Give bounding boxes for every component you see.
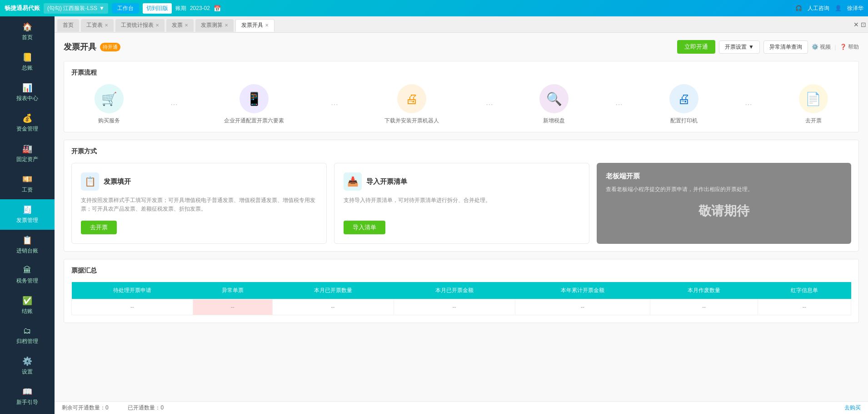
- tax-icon: 🏛: [23, 266, 31, 275]
- tab-invoice-tool[interactable]: 发票开具 ✕: [235, 19, 274, 32]
- method-section: 开票方式 📋 发票填开 支持按照发票样式手工填写开发票；可开具增值税电子普通发票…: [64, 140, 859, 252]
- flow-section: 开票流程 🛒 购买服务 ⋯ 📱 企业开通配置开票六要素 ⋯ 🖨 下载并安装开: [64, 61, 859, 132]
- open-invoice-icon: 📄: [799, 84, 828, 113]
- enterprise-config-icon: 📱: [239, 84, 269, 113]
- sidebar: 🏠 首页 📒 总账 📊 报表中心 💰 资金管理 🏭 固定资产 💴 工资 🧾 发票…: [0, 16, 55, 414]
- import-list-button[interactable]: 导入清单: [344, 221, 385, 234]
- sidebar-label-ledger: 总账: [22, 64, 33, 72]
- sidebar-item-funds[interactable]: 💰 资金管理: [0, 108, 55, 138]
- abnormal-query-button[interactable]: 异常清单查询: [763, 40, 808, 54]
- sidebar-item-archive[interactable]: 🗂 归档管理: [0, 321, 55, 351]
- sidebar-label-tax: 税务管理: [16, 277, 38, 285]
- download-robot-label: 下载并安装开票机器人: [384, 117, 439, 125]
- open-settings-button[interactable]: 开票设置 ▼: [719, 40, 760, 54]
- page-title: 发票开具: [64, 41, 96, 52]
- tab-salary-report[interactable]: 工资统计报表 ✕: [115, 19, 165, 32]
- immediate-open-button[interactable]: 立即开通: [677, 40, 715, 54]
- tab-invoice-calc[interactable]: 发票测算 ✕: [195, 19, 234, 32]
- card2-header: 📥 导入开票清单: [344, 172, 580, 191]
- company-name: (勾勾) 江西服装-LSS: [47, 5, 97, 12]
- consult-label[interactable]: 人工咨询: [808, 5, 829, 12]
- remain-label: 剩余可开通数量：0: [62, 404, 109, 411]
- assets-icon: 🏭: [22, 144, 32, 154]
- workbench-button[interactable]: 工作台: [112, 3, 139, 14]
- salary-icon: 💴: [22, 174, 32, 184]
- page-header: 发票开具 待开通 立即开通 开票设置 ▼ 异常清单查询 ⚙️ 视频 |: [64, 40, 859, 54]
- go-open-invoice-button[interactable]: 去开票: [81, 221, 117, 234]
- step-enterprise-config[interactable]: 📱 企业开通配置开票六要素: [224, 84, 284, 125]
- tab-invoice-calc-close[interactable]: ✕: [224, 23, 228, 28]
- step-config-printer[interactable]: 🖨 配置打印机: [669, 84, 698, 125]
- sidebar-label-invoice: 发票管理: [16, 217, 38, 224]
- sidebar-label-assets: 固定资产: [16, 156, 38, 163]
- tab-salary-table[interactable]: 工资表 ✕: [81, 19, 114, 32]
- username[interactable]: 徐泽华: [847, 5, 863, 12]
- help-button[interactable]: ❓ 帮助: [840, 43, 859, 51]
- tab-salary-table-close[interactable]: ✕: [105, 23, 108, 28]
- tab-salary-report-close[interactable]: ✕: [155, 23, 159, 28]
- arrow-1: ⋯: [170, 100, 178, 109]
- sidebar-label-reports: 报表中心: [16, 95, 38, 102]
- val-pending: --: [72, 299, 193, 315]
- views-icon: ⚙️: [812, 44, 818, 50]
- sidebar-item-ledger[interactable]: 📒 总账: [0, 47, 55, 77]
- tab-invoice-tool-label: 发票开具: [241, 21, 263, 29]
- top-bar-left: 畅捷通易代账 (勾勾) 江西服装-LSS ▼ 工作台 切到旧版 账期 2023-…: [5, 3, 221, 14]
- buy-service-label: 购买服务: [98, 117, 120, 125]
- card2-icon: 📥: [344, 172, 362, 191]
- step-download-robot[interactable]: 🖨 下载并安装开票机器人: [384, 84, 439, 125]
- tab-invoice-tool-close[interactable]: ✕: [265, 23, 269, 28]
- add-tax-icon: 🔍: [539, 84, 569, 113]
- method-card-fill: 📋 发票填开 支持按照发票样式手工填写开发票；可开具增值税电子普通发票、增值税普…: [71, 163, 327, 244]
- col-count-month: 本月已开票数量: [272, 282, 394, 299]
- flow-steps: 🛒 购买服务 ⋯ 📱 企业开通配置开票六要素 ⋯ 🖨 下载并安装开票机器人 ⋯: [71, 84, 851, 125]
- enterprise-config-label: 企业开通配置开票六要素: [224, 117, 284, 125]
- tab-invoice-close[interactable]: ✕: [185, 23, 188, 28]
- sidebar-item-reports[interactable]: 📊 报表中心: [0, 77, 55, 108]
- card1-title: 发票填开: [104, 177, 131, 186]
- ledger-icon: 📒: [22, 52, 32, 62]
- card3-title: 老板端开票: [606, 172, 842, 181]
- purchase-icon: 📋: [22, 235, 32, 245]
- tab-invoice[interactable]: 发票 ✕: [166, 19, 194, 32]
- sidebar-item-settings[interactable]: ⚙️ 设置: [0, 351, 55, 381]
- header-actions: 立即开通 开票设置 ▼ 异常清单查询 ⚙️ 视频 | ❓ 帮助: [677, 40, 859, 54]
- main-layout: 🏠 首页 📒 总账 📊 报表中心 💰 资金管理 🏭 固定资产 💴 工资 🧾 发票…: [0, 16, 868, 414]
- method-card-boss: 老板端开票 查看老板端小程序提交的开票申请，并作出相应的开票处理。 敬请期待: [597, 163, 851, 244]
- sidebar-item-guide[interactable]: 📖 新手引导: [0, 381, 55, 412]
- views-button[interactable]: ⚙️ 视频: [812, 43, 831, 51]
- app-logo: 畅捷通易代账: [5, 4, 40, 12]
- sidebar-item-purchase[interactable]: 📋 进销台账: [0, 230, 55, 260]
- sidebar-item-checkout[interactable]: ✅ 结账: [0, 290, 55, 321]
- tab-salary-report-label: 工资统计报表: [121, 21, 154, 29]
- dropdown-icon: ▼: [748, 44, 754, 50]
- step-add-tax[interactable]: 🔍 新增税盘: [539, 84, 569, 125]
- sidebar-item-invoice[interactable]: 🧾 发票管理: [0, 199, 55, 230]
- dropdown-icon: ▼: [99, 5, 105, 11]
- val-void-month: --: [650, 299, 758, 315]
- sidebar-item-salary[interactable]: 💴 工资: [0, 169, 55, 199]
- status-badge: 待开通: [100, 43, 120, 51]
- summary-table: 待处理开票申请 异常单票 本月已开票数量 本月已开票金额 本年累计开票金额 本月…: [71, 282, 851, 315]
- buy-link[interactable]: 去购买: [844, 404, 861, 412]
- top-bar-right: 🎧 人工咨询 👤 徐泽华: [795, 5, 863, 12]
- step-open-invoice[interactable]: 📄 去开票: [799, 84, 828, 125]
- method-cards: 📋 发票填开 支持按照发票样式手工填写开发票；可开具增值税电子普通发票、增值税普…: [71, 163, 851, 244]
- separator: |: [834, 44, 836, 50]
- sidebar-item-member[interactable]: 👑 畅会员: [0, 412, 55, 414]
- retro-button[interactable]: 切到旧版: [143, 3, 172, 14]
- tab-home[interactable]: 首页: [57, 19, 79, 32]
- summary-header-row: 待处理开票申请 异常单票 本月已开票数量 本月已开票金额 本年累计开票金额 本月…: [72, 282, 851, 299]
- restore-button[interactable]: ⊡: [861, 21, 866, 28]
- step-buy-service[interactable]: 🛒 购买服务: [95, 84, 124, 125]
- calendar-icon: 📅: [214, 5, 221, 12]
- sidebar-item-assets[interactable]: 🏭 固定资产: [0, 138, 55, 169]
- close-all-button[interactable]: ✕: [853, 21, 859, 28]
- summary-section-title: 票据汇总: [71, 267, 851, 275]
- method-section-title: 开票方式: [71, 147, 851, 156]
- sidebar-item-home[interactable]: 🏠 首页: [0, 16, 55, 47]
- arrow-3: ⋯: [486, 100, 493, 109]
- help-label: 帮助: [848, 44, 859, 50]
- sidebar-item-tax[interactable]: 🏛 税务管理: [0, 260, 55, 290]
- company-selector[interactable]: (勾勾) 江西服装-LSS ▼: [44, 3, 108, 14]
